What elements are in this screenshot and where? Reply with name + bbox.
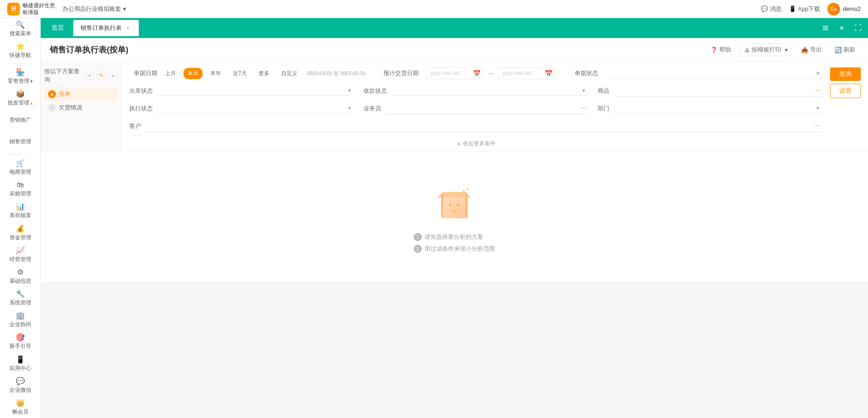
- payment-status-dropdown[interactable]: ▾: [391, 86, 589, 96]
- calendar-icon-to: 📅: [545, 70, 552, 77]
- sidebar-item-retail[interactable]: 🏪 零售管理 ▾: [2, 66, 38, 86]
- goods-input[interactable]: ···: [613, 85, 823, 97]
- expected-date-from[interactable]: yyyy-mm-dd 📅: [426, 67, 485, 79]
- sidebar-item-ecommerce[interactable]: 🛒 电商管理: [2, 157, 38, 177]
- exec-status-dropdown[interactable]: ▾: [156, 103, 354, 114]
- sidebar-item-member[interactable]: 👑 畅会员: [2, 397, 38, 417]
- customer-label: 客户: [129, 122, 141, 130]
- sidebar-item-newbie[interactable]: 🎯 新手引导: [2, 332, 38, 352]
- goods-label: 商品: [598, 87, 609, 95]
- filter-row-4: 客户 ···: [129, 120, 823, 132]
- svg-point-6: [463, 184, 464, 185]
- sidebar: 🔍 搜索菜单 ⭐ 快捷导航 🏪 零售管理 ▾ 📦 批发管理 ▴ 营销推广 销售管…: [0, 18, 41, 418]
- salesperson-input[interactable]: ···: [385, 102, 589, 114]
- tab-minimize-icon[interactable]: [819, 22, 832, 34]
- solution-item-icon-order: ●: [48, 90, 56, 98]
- download-icon: 📱: [789, 5, 796, 12]
- exec-status-item: 执行状态 ▾: [129, 102, 354, 114]
- sidebar-item-finance[interactable]: 💰 资金管理: [2, 223, 38, 242]
- export-button[interactable]: 📤 导出: [797, 44, 826, 56]
- ecommerce-icon: 🛒: [16, 159, 25, 167]
- sidebar-item-operations[interactable]: 📈 经营管理: [2, 245, 38, 265]
- tab-close-icon[interactable]: ✕: [835, 22, 848, 34]
- tab-close-button[interactable]: ×: [124, 24, 132, 32]
- finance-icon: 💰: [16, 224, 25, 233]
- sidebar-item-quick-nav[interactable]: ⭐ 快捷导航: [2, 41, 38, 61]
- doc-status-dropdown[interactable]: ▾: [605, 68, 823, 79]
- top-bar-left: 好 畅捷通好生意 标准版 办公用品行业模拟账套 ▾: [7, 2, 130, 15]
- sidebar-item-wholesale[interactable]: 📦 批发管理 ▴: [2, 88, 38, 108]
- operations-icon: 📈: [16, 246, 25, 255]
- collapse-arrow-icon: ∧: [457, 141, 461, 147]
- dept-dropdown[interactable]: ▾: [613, 103, 823, 114]
- query-button[interactable]: 查询: [830, 67, 861, 81]
- message-button[interactable]: 💬 消息: [761, 5, 782, 13]
- user-area[interactable]: Ea demo2: [827, 3, 861, 15]
- expected-date-group: 预计交货日期 yyyy-mm-dd 📅 — yyyy-mm-dd 📅: [383, 67, 557, 79]
- solution-item-shortage[interactable]: ○ 欠货情况: [44, 101, 118, 114]
- solution-actions: + ✎ «: [85, 71, 118, 81]
- app-selector[interactable]: 办公用品行业模拟账套 ▾: [59, 3, 130, 15]
- action-column: 查询 设置: [830, 62, 868, 151]
- app-logo-text: 畅捷通好生意 标准版: [23, 2, 55, 15]
- shipping-chevron: ▾: [348, 87, 351, 94]
- expected-date-label: 预计交货日期: [383, 69, 422, 77]
- date-btn-this-year[interactable]: 本年: [206, 68, 225, 79]
- date-btn-last-month[interactable]: 上月: [161, 68, 180, 79]
- date-field-label: 单据日期: [129, 69, 161, 77]
- sidebar-item-marketing[interactable]: 营销推广: [2, 110, 38, 130]
- date-btn-more[interactable]: 更多: [255, 68, 274, 79]
- sidebar-item-basic[interactable]: ⚙ 基础信息: [2, 266, 38, 286]
- salesperson-dots-icon[interactable]: ···: [581, 104, 587, 112]
- salesperson-label: 业务员: [363, 104, 381, 113]
- calendar-icon-from: 📅: [473, 70, 481, 77]
- message-icon: 💬: [761, 5, 768, 12]
- solution-item-icon-shortage: ○: [48, 104, 56, 112]
- help-button[interactable]: ❓ 帮助: [707, 44, 735, 56]
- sidebar-item-enterprise[interactable]: 🏢 企业协同: [2, 310, 38, 330]
- tab-fullscreen-icon[interactable]: ⛶: [852, 22, 864, 34]
- top-bar: 好 畅捷通好生意 标准版 办公用品行业模拟账套 ▾ 💬 消息 📱 App下载 E…: [0, 0, 868, 18]
- solution-collapse-button[interactable]: «: [108, 71, 118, 81]
- sidebar-item-search[interactable]: 🔍 搜索菜单: [2, 19, 38, 39]
- date-range-display: 2023-03-01 至 2023-03-31: [307, 70, 366, 77]
- date-btn-this-month[interactable]: 本月: [184, 68, 203, 79]
- print-icon: 🖨: [744, 47, 750, 53]
- solution-item-by-order[interactable]: ● 按单: [44, 87, 118, 101]
- sidebar-item-inventory[interactable]: 📊 库存核算: [2, 201, 38, 221]
- tab-bar-right: ✕ ⛶: [819, 22, 864, 34]
- tab-home[interactable]: 首页: [44, 21, 71, 35]
- exec-status-label: 执行状态: [129, 104, 153, 113]
- main-content-split: 按以下方案查询 + ✎ « ● 按单 ○ 欠货情况: [41, 62, 868, 152]
- page-content: 销售订单执行表(按单) ❓ 帮助 🖨 按模板打印 ▾ 📤 导出: [41, 38, 868, 418]
- app-download-button[interactable]: 📱 App下载: [789, 5, 820, 13]
- date-btn-custom[interactable]: 自定义: [277, 68, 302, 79]
- settings-button[interactable]: 设置: [830, 84, 861, 98]
- sidebar-item-purchase[interactable]: 🛍 采购管理: [2, 179, 38, 199]
- collapse-bar[interactable]: ∧ 收起更多条件: [129, 136, 823, 151]
- print-button[interactable]: 🖨 按模板打印 ▾: [740, 43, 792, 56]
- refresh-button[interactable]: 🔄 刷新: [831, 44, 859, 56]
- exec-chevron: ▾: [348, 105, 351, 111]
- solution-edit-button[interactable]: ✎: [96, 71, 106, 81]
- payment-chevron: ▾: [582, 87, 585, 94]
- payment-status-item: 收款状态 ▾: [363, 85, 589, 97]
- goods-dots-icon[interactable]: ···: [815, 86, 821, 95]
- date-btn-7days[interactable]: 近7天: [229, 68, 251, 79]
- customer-dots-icon[interactable]: ···: [815, 122, 821, 130]
- tip-number-2: 2: [414, 245, 422, 253]
- solution-add-button[interactable]: +: [85, 71, 94, 81]
- sidebar-item-wechat[interactable]: 💬 企业微信: [2, 375, 38, 395]
- expected-date-to[interactable]: yyyy-mm-dd 📅: [498, 67, 557, 79]
- svg-point-8: [449, 204, 452, 206]
- customer-input[interactable]: ···: [145, 120, 823, 132]
- shipping-status-dropdown[interactable]: ▾: [156, 86, 354, 96]
- sidebar-item-appstore[interactable]: 📱 应用中心: [2, 354, 38, 374]
- system-icon: 🔧: [16, 290, 25, 298]
- sidebar-item-sales[interactable]: 销售管理: [2, 132, 38, 152]
- tab-sales-order[interactable]: 销售订单执行表 ×: [73, 20, 139, 36]
- user-avatar: Ea: [827, 3, 840, 15]
- member-icon: 👑: [16, 399, 25, 407]
- sidebar-item-system[interactable]: 🔧 系统管理: [2, 288, 38, 308]
- svg-point-9: [457, 204, 459, 206]
